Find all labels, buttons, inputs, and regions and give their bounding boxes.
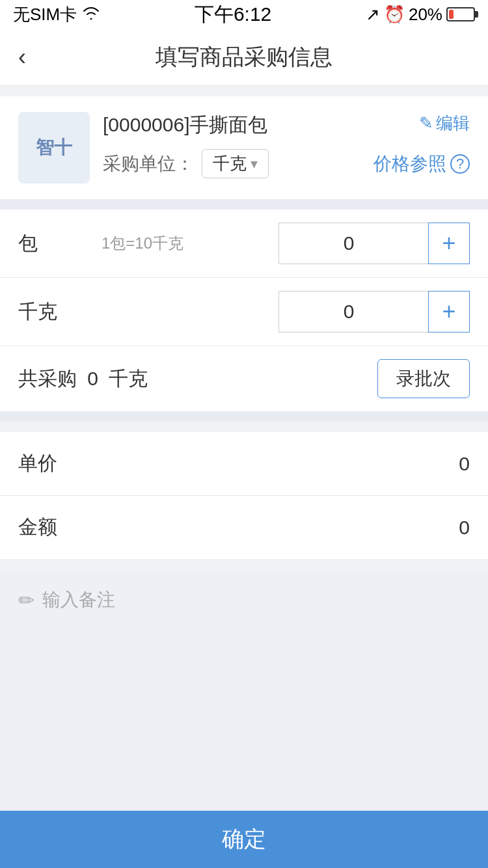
edit-label: 编辑: [436, 112, 470, 135]
total-row: 共采购 0 千克 录批次: [0, 346, 488, 411]
product-card: 智十 [0000006]手撕面包 采购单位： 千克 ▾ 价格参照 ? ✎ 编辑: [0, 96, 488, 199]
unit-select[interactable]: 千克 ▾: [202, 149, 269, 178]
chevron-down-icon: ▾: [251, 156, 258, 172]
amount-label: 金额: [18, 514, 57, 541]
status-time: 下午6:12: [195, 1, 271, 28]
price-value: 0: [459, 453, 470, 475]
edit-button[interactable]: ✎ 编辑: [419, 112, 470, 135]
product-image-text: 智十: [36, 135, 72, 160]
wifi-icon: [82, 5, 100, 25]
price-label: 单价: [18, 450, 57, 477]
price-ref-label: 价格参照: [373, 152, 446, 176]
amount-row: 金额 0: [0, 496, 488, 559]
edit-icon: ✎: [419, 113, 433, 133]
note-placeholder: 输入备注: [42, 588, 115, 612]
total-unit: 千克: [109, 368, 148, 389]
battery-percent: 20%: [409, 5, 442, 25]
price-section: 单价 0 金额 0: [0, 432, 488, 559]
section-divider-1: [0, 199, 488, 210]
package-input[interactable]: [278, 223, 428, 264]
price-ref-button[interactable]: 价格参照 ?: [373, 152, 470, 176]
amount-value: 0: [459, 517, 470, 539]
battery-icon: [446, 7, 475, 21]
back-button[interactable]: ‹: [18, 44, 26, 71]
product-name: [0000006]手撕面包: [103, 112, 470, 139]
status-bar: 无SIM卡 下午6:12 ↗ ⏰ 20%: [0, 0, 488, 29]
unit-label: 采购单位：: [103, 152, 194, 176]
package-section: 包 1包=10千克 + 千克 +: [0, 210, 488, 346]
package-label: 包: [18, 230, 96, 257]
total-label: 共采购 0 千克: [18, 366, 148, 392]
nav-bar: ‹ 填写商品采购信息: [0, 29, 488, 86]
kilogram-input[interactable]: [278, 291, 428, 332]
price-row: 单价 0: [0, 432, 488, 496]
page-title: 填写商品采购信息: [156, 42, 332, 72]
pencil-icon: ✏: [18, 589, 34, 612]
carrier-label: 无SIM卡: [13, 3, 77, 26]
confirm-button[interactable]: 确定: [0, 811, 488, 868]
alarm-icon: ⏰: [384, 5, 405, 25]
total-amount: 0: [87, 368, 98, 389]
confirm-button-label: 确定: [222, 824, 266, 854]
package-input-group: +: [278, 223, 470, 264]
bottom-space: [0, 631, 488, 826]
product-unit-row: 采购单位： 千克 ▾ 价格参照 ?: [103, 149, 470, 178]
product-info: [0000006]手撕面包 采购单位： 千克 ▾ 价格参照 ?: [103, 112, 470, 178]
package-sub-label: 1包=10千克: [102, 233, 183, 254]
section-divider-2: [0, 411, 488, 422]
location-icon: ↗: [366, 5, 380, 25]
status-left: 无SIM卡: [13, 3, 100, 26]
note-section[interactable]: ✏ 输入备注: [0, 569, 488, 631]
kilogram-plus-button[interactable]: +: [428, 291, 470, 332]
help-icon: ?: [450, 154, 470, 174]
product-image: 智十: [18, 112, 90, 183]
kilogram-label: 千克: [18, 299, 96, 325]
kilogram-row: 千克 +: [0, 278, 488, 346]
status-right: ↗ ⏰ 20%: [366, 5, 475, 25]
package-row: 包 1包=10千克 +: [0, 210, 488, 278]
unit-value: 千克: [213, 152, 247, 175]
batch-button[interactable]: 录批次: [377, 359, 470, 398]
kilogram-input-group: +: [278, 291, 470, 332]
package-plus-button[interactable]: +: [428, 223, 470, 264]
